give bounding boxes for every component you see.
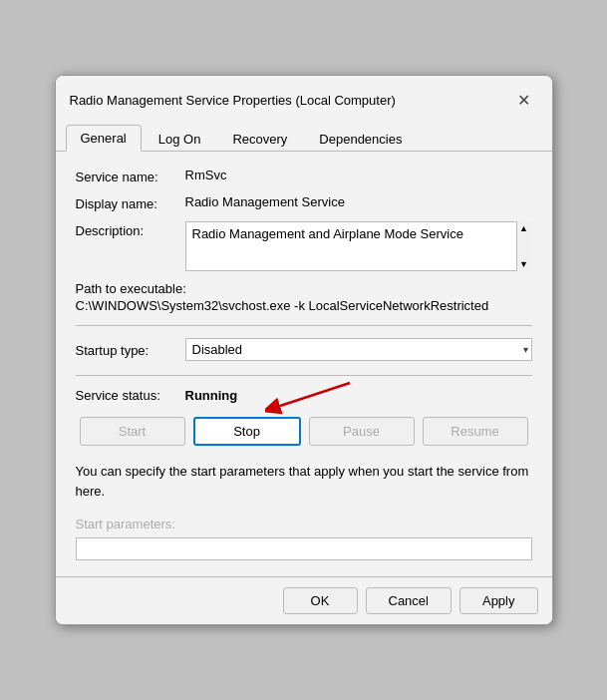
display-name-value: Radio Management Service xyxy=(185,194,532,209)
stop-button[interactable]: Stop xyxy=(193,417,301,446)
display-name-row: Display name: Radio Management Service xyxy=(76,194,532,211)
path-label: Path to executable: xyxy=(76,281,532,296)
path-section: Path to executable: C:\WINDOWS\System32\… xyxy=(76,281,532,313)
tab-content: Service name: RmSvc Display name: Radio … xyxy=(56,152,552,576)
tab-logon[interactable]: Log On xyxy=(144,125,216,152)
arrow-annotation xyxy=(265,378,355,421)
service-name-value: RmSvc xyxy=(185,168,532,182)
service-status-row: Service status: Running xyxy=(76,388,532,403)
dialog-title: Radio Management Service Properties (Loc… xyxy=(70,93,396,108)
hint-text: You can specify the start parameters tha… xyxy=(76,462,532,501)
service-name-label: Service name: xyxy=(76,168,185,184)
description-label: Description: xyxy=(76,221,185,238)
startup-type-select[interactable]: Automatic Automatic (Delayed Start) Manu… xyxy=(185,338,532,361)
service-status-label: Service status: xyxy=(76,388,185,403)
startup-type-row: Startup type: Automatic Automatic (Delay… xyxy=(76,338,532,361)
bottom-bar: OK Cancel Apply xyxy=(56,576,552,624)
tab-dependencies[interactable]: Dependencies xyxy=(304,125,417,152)
start-button[interactable]: Start xyxy=(80,417,185,446)
ok-button[interactable]: OK xyxy=(283,587,358,614)
startup-label: Startup type: xyxy=(76,341,185,358)
tab-general[interactable]: General xyxy=(66,125,142,152)
divider-1 xyxy=(76,325,532,326)
tab-bar: General Log On Recovery Dependencies xyxy=(56,118,552,152)
display-name-label: Display name: xyxy=(76,194,185,211)
properties-dialog: Radio Management Service Properties (Loc… xyxy=(55,75,553,625)
description-wrapper: Radio Management and Airplane Mode Servi… xyxy=(185,221,532,271)
svg-line-1 xyxy=(280,383,350,406)
cancel-button[interactable]: Cancel xyxy=(366,587,452,614)
tab-recovery[interactable]: Recovery xyxy=(217,125,302,152)
startup-select-wrapper: Automatic Automatic (Delayed Start) Manu… xyxy=(185,338,532,361)
start-params-label: Start parameters: xyxy=(76,517,532,531)
description-text: Radio Management and Airplane Mode Servi… xyxy=(185,221,532,271)
description-scrollbar[interactable]: ▲ ▼ xyxy=(516,221,532,271)
start-params-input[interactable] xyxy=(76,537,532,560)
service-status-value: Running xyxy=(185,388,238,403)
divider-2 xyxy=(76,375,532,376)
service-control-buttons: Start Stop Pause Resume xyxy=(76,417,532,446)
close-button[interactable]: ✕ xyxy=(510,86,538,114)
apply-button[interactable]: Apply xyxy=(459,587,538,614)
path-value: C:\WINDOWS\System32\svchost.exe -k Local… xyxy=(76,298,532,313)
title-bar: Radio Management Service Properties (Loc… xyxy=(56,76,552,114)
service-name-row: Service name: RmSvc xyxy=(76,168,532,184)
resume-button[interactable]: Resume xyxy=(423,417,528,446)
description-row: Description: Radio Management and Airpla… xyxy=(76,221,532,271)
scroll-up-arrow[interactable]: ▲ xyxy=(517,221,531,235)
pause-button[interactable]: Pause xyxy=(309,417,415,446)
scroll-down-arrow[interactable]: ▼ xyxy=(517,257,531,271)
